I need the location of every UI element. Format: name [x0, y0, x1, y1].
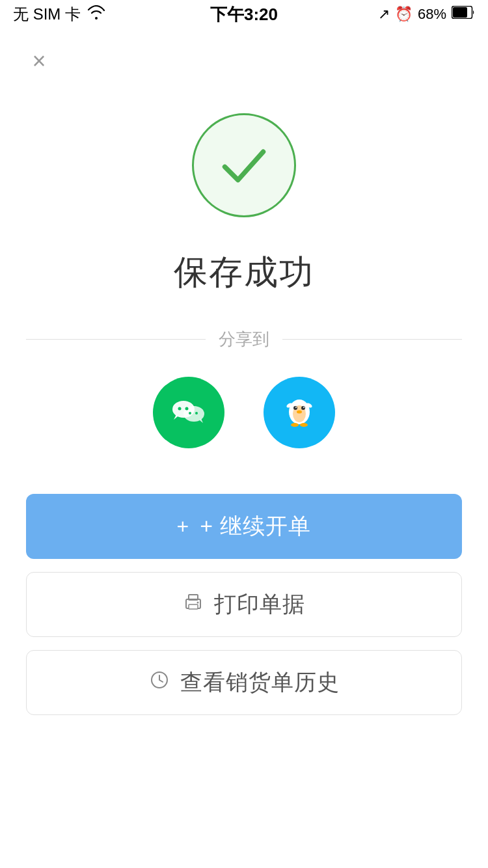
- continue-button[interactable]: + + 继续开单: [26, 494, 462, 559]
- print-icon: [183, 591, 204, 617]
- close-button[interactable]: ×: [20, 42, 59, 81]
- wifi-icon: [87, 5, 105, 23]
- share-label: 分享到: [219, 328, 269, 351]
- continue-label: + 继续开单: [200, 511, 311, 541]
- svg-point-6: [189, 412, 191, 414]
- svg-point-11: [301, 406, 305, 410]
- battery-icon: [452, 6, 475, 23]
- action-buttons: + + 继续开单 打印单据 查看销货单历: [26, 494, 462, 715]
- divider-line-left: [26, 339, 206, 340]
- svg-point-12: [295, 407, 297, 408]
- svg-point-5: [185, 407, 189, 411]
- location-icon: ↗: [378, 6, 390, 23]
- success-title: 保存成功: [174, 250, 314, 295]
- alarm-icon: ⏰: [395, 6, 413, 23]
- qq-icon: [279, 392, 319, 433]
- wechat-share-button[interactable]: [153, 377, 224, 448]
- plus-icon: +: [177, 515, 190, 539]
- svg-point-10: [293, 406, 297, 410]
- main-content: 保存成功 分享到: [0, 94, 488, 868]
- share-divider: 分享到: [26, 328, 462, 351]
- history-button[interactable]: 查看销货单历史: [26, 650, 462, 715]
- svg-point-14: [297, 411, 302, 414]
- status-time: 下午3:20: [210, 3, 278, 26]
- status-bar: 无 SIM 卡 下午3:20 ↗ ⏰ 68%: [0, 0, 488, 29]
- history-icon: [149, 670, 170, 696]
- battery-percent: 68%: [418, 6, 446, 23]
- sim-status: 无 SIM 卡: [13, 4, 81, 25]
- svg-point-4: [178, 407, 182, 411]
- history-label: 查看销货单历史: [180, 668, 340, 698]
- svg-point-13: [303, 407, 305, 408]
- print-button[interactable]: 打印单据: [26, 572, 462, 637]
- qq-share-button[interactable]: [264, 377, 335, 448]
- svg-rect-1: [453, 7, 467, 18]
- svg-point-7: [195, 412, 198, 414]
- success-circle: [192, 113, 296, 217]
- svg-point-15: [291, 423, 299, 427]
- status-right: ↗ ⏰ 68%: [378, 6, 475, 23]
- close-icon: ×: [32, 49, 46, 73]
- share-icons-row: [153, 377, 335, 448]
- divider-line-right: [282, 339, 462, 340]
- svg-rect-21: [189, 604, 198, 609]
- wechat-icon: [169, 392, 209, 433]
- svg-point-22: [197, 602, 199, 604]
- print-label: 打印单据: [214, 590, 305, 619]
- svg-point-16: [300, 423, 308, 427]
- status-left: 无 SIM 卡: [13, 4, 105, 25]
- checkmark-icon: [218, 146, 270, 185]
